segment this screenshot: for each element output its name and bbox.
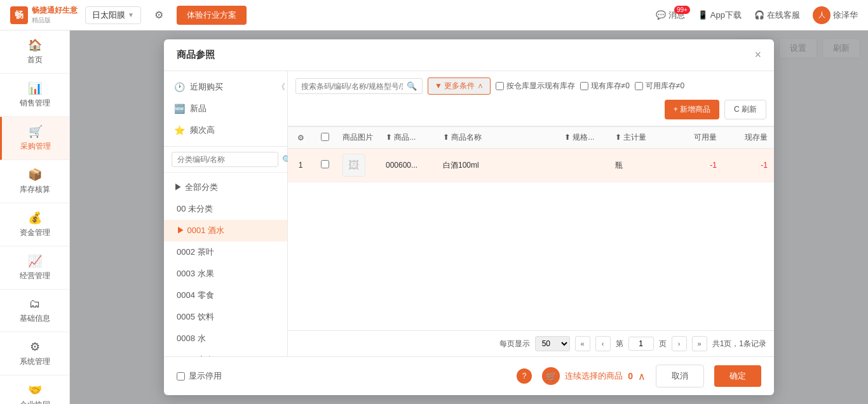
th-code[interactable]: ⬆ 商品... xyxy=(379,127,437,149)
cell-stock: -1 xyxy=(723,149,774,182)
category-00[interactable]: 00 未分类 xyxy=(164,198,287,220)
show-disabled-checkbox[interactable]: 显示停用 xyxy=(177,370,222,382)
th-unit[interactable]: ⬆ 主计量 xyxy=(609,127,660,149)
prev-page-button[interactable]: ‹ xyxy=(595,336,611,351)
page-suffix-label: 页 xyxy=(659,339,667,349)
row-checkbox[interactable] xyxy=(321,160,329,168)
cat-0008-label: 0008 水 xyxy=(177,333,206,344)
category-0002[interactable]: 0002 茶叶 xyxy=(164,241,287,263)
cell-seq: 1 xyxy=(288,149,313,182)
sidebar-label-system: 系统管理 xyxy=(20,356,50,367)
tab-high-frequency[interactable]: ⭐ 频次高 xyxy=(164,119,287,141)
gear-button[interactable]: ⚙ xyxy=(149,5,169,25)
sidebar-item-inventory[interactable]: 📦 库存核算 xyxy=(0,160,69,203)
sidebar-item-sales[interactable]: 📊 销售管理 xyxy=(0,74,69,117)
logo-area[interactable]: 畅 畅捷通好生意 精品版 xyxy=(10,5,78,25)
cell-check[interactable] xyxy=(313,149,336,182)
home-icon: 🏠 xyxy=(28,38,42,52)
th-img: 商品图片 xyxy=(336,127,379,149)
sidebar-item-home[interactable]: 🏠 首页 xyxy=(0,30,69,74)
dialog-body: 🕐 近期购买 《 🆕 新品 ⭐ 频次高 xyxy=(164,71,774,356)
page-size-select[interactable]: 50 10 20 100 xyxy=(535,336,570,351)
sidebar-item-basic[interactable]: 🗂 基础信息 xyxy=(0,290,69,332)
message-button[interactable]: 💬 消息 99+ xyxy=(656,10,685,21)
app-label: App下载 xyxy=(710,10,742,21)
experience-button[interactable]: 体验行业方案 xyxy=(177,6,247,25)
sidebar-item-finance[interactable]: 💰 资金管理 xyxy=(0,203,69,246)
cancel-button[interactable]: 取消 xyxy=(656,365,704,387)
category-search-input[interactable] xyxy=(172,152,278,167)
sidebar-item-system[interactable]: ⚙ 系统管理 xyxy=(0,332,69,375)
dialog-close-button[interactable]: × xyxy=(754,48,761,62)
sidebar-label-enterprise: 企业协同 xyxy=(20,400,50,404)
available-stock-checkbox[interactable] xyxy=(635,82,643,90)
disabled-checkbox[interactable] xyxy=(177,372,185,380)
refresh-button[interactable]: C 刷新 xyxy=(724,100,766,119)
nav-selector[interactable]: 日太阳膜 ▼ xyxy=(85,6,141,24)
col-settings-icon[interactable]: ⚙ xyxy=(297,133,304,142)
service-label: 在线客服 xyxy=(767,10,800,21)
sidebar-item-purchase[interactable]: 🛒 采购管理 xyxy=(0,117,69,160)
next-page-button[interactable]: › xyxy=(672,336,687,351)
cell-code: 000600... xyxy=(379,149,437,182)
collapse-button[interactable]: 《 xyxy=(275,81,287,93)
select-all-checkbox[interactable] xyxy=(321,133,329,141)
current-stock-checkbox[interactable] xyxy=(580,82,588,90)
app-icon: 📱 xyxy=(698,10,708,20)
product-reference-dialog: 商品参照 × 🕐 近期购买 《 xyxy=(164,39,774,395)
cart-area[interactable]: 🛒 连续选择的商品 0 ∧ xyxy=(542,367,646,385)
product-table: ⚙ 商品图片 xyxy=(288,126,774,182)
check-available-stock[interactable]: 可用库存≠0 xyxy=(635,81,684,91)
right-panel: 🔍 ▼ 更多条件 ∧ 按仓库显示现有库存 现有库存≠0 xyxy=(288,71,774,356)
th-name[interactable]: ⬆ 商品名称 xyxy=(437,127,558,149)
first-page-button[interactable]: « xyxy=(575,336,590,351)
check-warehouse-stock[interactable]: 按仓库显示现有库存 xyxy=(496,81,575,91)
category-0008[interactable]: 0008 水 xyxy=(164,328,287,349)
left-sidebar: 🏠 首页 📊 销售管理 🛒 采购管理 📦 库存核算 💰 资金管理 📈 经营管理 … xyxy=(0,30,70,404)
check-current-stock[interactable]: 现有库存≠0 xyxy=(580,81,630,91)
cat-0003-label: 0003 水果 xyxy=(177,268,214,279)
tab-recent-purchase[interactable]: 🕐 近期购买 xyxy=(164,76,233,98)
help-icon[interactable]: ? xyxy=(517,368,532,384)
product-search-icon[interactable]: 🔍 xyxy=(407,81,417,91)
logo-badge: 精品版 xyxy=(32,16,78,25)
add-product-button[interactable]: + 新增商品 xyxy=(665,100,719,119)
cart-label: 连续选择的商品 xyxy=(565,370,623,382)
th-spec[interactable]: ⬆ 规格... xyxy=(558,127,609,149)
avatar: 人 xyxy=(813,6,831,24)
cell-img: 🖼 xyxy=(336,149,379,182)
sidebar-item-operations[interactable]: 📈 经营管理 xyxy=(0,246,69,290)
cart-collapse-icon[interactable]: ∧ xyxy=(638,370,646,382)
service-icon: 🎧 xyxy=(754,10,764,20)
category-0004[interactable]: 0004 零食 xyxy=(164,285,287,306)
category-0010[interactable]: 0010 家电 xyxy=(164,349,287,356)
cat-0004-label: 0004 零食 xyxy=(177,290,214,301)
warehouse-stock-checkbox[interactable] xyxy=(496,82,504,90)
category-all[interactable]: ▶ 全部分类 xyxy=(164,177,287,198)
message-badge: 99+ xyxy=(674,6,690,14)
page-number-input[interactable] xyxy=(628,337,654,351)
recent-purchase-icon: 🕐 xyxy=(174,82,185,92)
purchase-icon: 🛒 xyxy=(29,125,43,138)
tab-new-product[interactable]: 🆕 新品 xyxy=(164,98,287,119)
filter-button[interactable]: ▼ 更多条件 ∧ xyxy=(428,77,491,95)
cat-0002-label: 0002 茶叶 xyxy=(177,246,214,258)
content-area: 查询 设置 刷新 商品参照 × xyxy=(70,30,868,404)
category-0005[interactable]: 0005 饮料 xyxy=(164,306,287,328)
app-download-button[interactable]: 📱 App下载 xyxy=(698,10,742,21)
table-row[interactable]: 1 🖼 xyxy=(288,149,774,182)
th-avail: 可用量 xyxy=(660,127,723,149)
category-0003[interactable]: 0003 水果 xyxy=(164,263,287,285)
category-0001[interactable]: ▶ 0001 酒水 xyxy=(164,220,287,241)
th-spec-label: ⬆ 规格... xyxy=(564,133,594,142)
sidebar-item-enterprise[interactable]: 🤝 企业协同 xyxy=(0,375,69,404)
th-stock: 现存量 xyxy=(723,127,774,149)
user-avatar-button[interactable]: 人 徐泽华 xyxy=(813,6,858,24)
cart-count: 0 xyxy=(628,371,633,381)
service-button[interactable]: 🎧 在线客服 xyxy=(754,10,800,21)
last-page-button[interactable]: » xyxy=(692,336,707,351)
sales-icon: 📊 xyxy=(28,81,42,95)
sidebar-label-finance: 资金管理 xyxy=(20,227,50,238)
product-search-input[interactable] xyxy=(301,82,403,91)
confirm-button[interactable]: 确定 xyxy=(714,365,761,387)
